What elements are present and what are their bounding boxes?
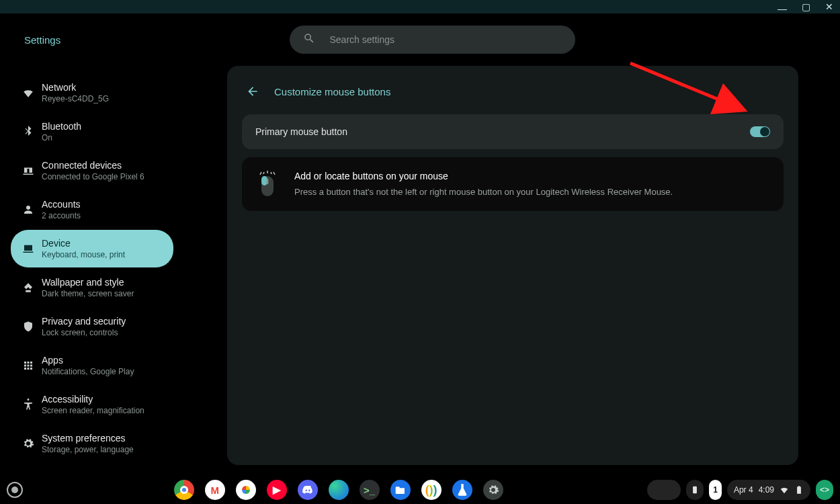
devices-icon xyxy=(17,165,39,177)
chrome-icon[interactable] xyxy=(174,480,194,500)
sidebar-item-privacy[interactable]: Privacy and securityLock screen, control… xyxy=(11,308,173,345)
window-titlebar: — ▢ ✕ xyxy=(0,0,840,13)
photos-icon[interactable] xyxy=(236,480,256,500)
primary-mouse-button-label: Primary mouse button xyxy=(255,126,347,137)
discord-icon[interactable] xyxy=(298,480,318,500)
grid-icon xyxy=(17,360,39,372)
tray-date: Apr 4 xyxy=(734,485,753,495)
sidebar-item-sub: Reyee-sC4DD_5G xyxy=(42,94,109,103)
sidebar-item-label: Device xyxy=(42,238,125,249)
sidebar-item-system-preferences[interactable]: System preferencesStorage, power, langua… xyxy=(11,425,173,462)
edge-icon[interactable] xyxy=(329,480,349,500)
sidebar-item-sub: Keyboard, mouse, print xyxy=(42,250,125,259)
maximize-button[interactable]: ▢ xyxy=(802,2,810,11)
sidebar-item-sub: On xyxy=(42,133,81,142)
sidebar-item-sub: 2 accounts xyxy=(42,211,81,220)
sidebar-item-connected-devices[interactable]: Connected devicesConnected to Google Pix… xyxy=(11,152,173,190)
primary-mouse-button-toggle[interactable] xyxy=(750,126,770,137)
shelf-tray: 1 Apr 4 4:09 <> xyxy=(647,480,833,500)
phone-hub-icon[interactable] xyxy=(686,480,704,500)
shelf-apps: M ▶ >_ ()) xyxy=(30,480,647,500)
panel-title: Customize mouse buttons xyxy=(274,86,390,97)
sidebar-item-accessibility[interactable]: AccessibilityScreen reader, magnificatio… xyxy=(11,386,173,423)
tray-time: 4:09 xyxy=(759,485,774,495)
sidebar-item-sub: Screen reader, magnification xyxy=(42,406,144,415)
sidebar-item-label: Connected devices xyxy=(42,160,144,171)
app-icon[interactable]: ()) xyxy=(421,480,442,500)
sidebar-item-label: Accessibility xyxy=(42,394,144,405)
files-icon[interactable] xyxy=(390,480,411,500)
sidebar-item-sub: Dark theme, screen saver xyxy=(42,289,134,298)
launcher-button[interactable] xyxy=(7,482,23,498)
tray-preview[interactable] xyxy=(647,480,681,500)
sidebar-item-device[interactable]: DeviceKeyboard, mouse, print xyxy=(11,230,173,267)
search-icon xyxy=(303,32,330,47)
back-button[interactable] xyxy=(243,82,262,101)
sidebar-item-sub: Connected to Google Pixel 6 xyxy=(42,172,144,181)
locate-card-description: Press a button that's not the left or ri… xyxy=(294,187,673,197)
bluetooth-icon xyxy=(17,126,39,138)
app-header: Settings xyxy=(0,13,840,66)
locate-buttons-card: Add or locate buttons on your mouse Pres… xyxy=(242,157,784,211)
sidebar-item-bluetooth[interactable]: BluetoothOn xyxy=(11,113,173,151)
close-button[interactable]: ✕ xyxy=(825,2,833,11)
sidebar-item-sub: Notifications, Google Play xyxy=(42,367,134,376)
shelf: M ▶ >_ ()) 1 Apr 4 4:09 <> xyxy=(0,476,840,504)
sidebar-item-wallpaper[interactable]: Wallpaper and styleDark theme, screen sa… xyxy=(11,269,173,306)
accessibility-icon xyxy=(17,398,39,411)
labs-icon[interactable] xyxy=(452,480,472,500)
mouse-icon xyxy=(255,171,280,198)
sidebar-item-sub: Storage, power, language xyxy=(42,445,134,454)
page-title: Settings xyxy=(24,34,212,46)
battery-status-icon xyxy=(794,485,804,495)
settings-sidebar: NetworkReyee-sC4DD_5G BluetoothOn Connec… xyxy=(5,66,173,465)
settings-icon[interactable] xyxy=(483,480,503,500)
wifi-status-icon xyxy=(780,485,789,495)
sidebar-item-label: Wallpaper and style xyxy=(42,277,134,288)
sidebar-item-accounts[interactable]: Accounts2 accounts xyxy=(11,191,173,228)
svg-rect-4 xyxy=(693,487,697,494)
locate-card-title: Add or locate buttons on your mouse xyxy=(294,171,673,181)
gmail-icon[interactable]: M xyxy=(205,480,225,500)
sidebar-item-network[interactable]: NetworkReyee-sC4DD_5G xyxy=(11,74,173,112)
wifi-icon xyxy=(17,87,39,99)
laptop-icon xyxy=(17,243,39,255)
search-input[interactable] xyxy=(330,34,562,45)
youtube-icon[interactable]: ▶ xyxy=(267,480,287,500)
gear-icon xyxy=(17,437,39,450)
sidebar-item-label: Network xyxy=(42,82,109,93)
search-bar[interactable] xyxy=(290,26,575,54)
shield-icon xyxy=(17,321,39,333)
sidebar-item-label: Privacy and security xyxy=(42,316,126,327)
sidebar-item-label: Accounts xyxy=(42,199,81,210)
sidebar-item-label: System preferences xyxy=(42,433,134,444)
status-tray[interactable]: Apr 4 4:09 xyxy=(727,480,810,500)
settings-panel: Customize mouse buttons Primary mouse bu… xyxy=(227,66,798,465)
account-icon xyxy=(17,204,39,216)
terminal-icon[interactable]: >_ xyxy=(360,480,380,500)
sidebar-item-label: Bluetooth xyxy=(42,121,81,132)
notifications-icon[interactable]: 1 xyxy=(709,480,722,500)
sidebar-item-sub: Lock screen, controls xyxy=(42,328,126,337)
svg-rect-2 xyxy=(267,179,269,184)
minimize-button[interactable]: — xyxy=(778,4,787,13)
sidebar-item-label: Apps xyxy=(42,355,134,366)
primary-mouse-button-row: Primary mouse button xyxy=(242,114,784,149)
paint-icon xyxy=(17,282,39,294)
sidebar-item-apps[interactable]: AppsNotifications, Google Play xyxy=(11,347,173,384)
dev-mode-icon[interactable]: <> xyxy=(816,480,833,500)
